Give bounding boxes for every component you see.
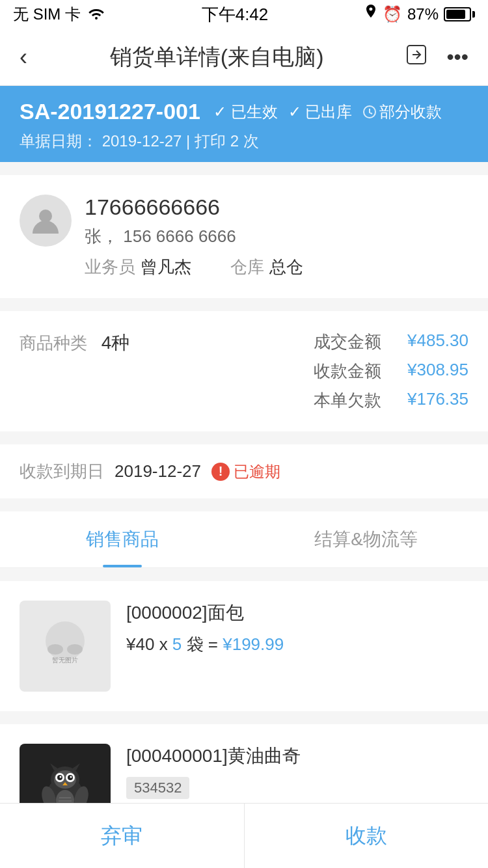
received-value: ¥308.95 [407,360,468,383]
debt-row: 本单欠款 ¥176.35 [314,389,468,412]
product-name-1: [0000002]面包 [126,601,468,625]
warehouse-label: 仓库 [230,256,264,278]
svg-point-16 [60,776,62,778]
status-bar: 无 SIM 卡 下午4:42 ⏰ 87% [0,0,488,29]
stats-right: 成交金额 ¥485.30 收款金额 ¥308.95 本单欠款 ¥176.35 [314,331,468,412]
product-image-1: 暂无图片 [20,601,111,692]
order-id: SA-20191227-001 [20,99,200,124]
back-button[interactable]: ‹ [20,44,27,71]
svg-point-3 [46,621,85,660]
product-name-2: [000400001]黄油曲奇 [126,744,468,768]
tab-settlement-logistics[interactable]: 结算&物流等 [244,511,488,567]
amount-value: ¥485.30 [407,331,468,353]
customer-avatar [20,195,72,247]
status-right: ⏰ 87% [364,5,475,24]
status-left: 无 SIM 卡 [13,4,105,25]
tabs-section: 销售商品 结算&物流等 [0,511,488,568]
product-qty-1: 5 [172,634,182,654]
svg-marker-10 [72,763,80,770]
sales-value: 曾凡杰 [141,256,191,278]
location-icon [364,5,377,24]
print-info: | 打印 2 次 [186,132,259,150]
svg-marker-9 [50,763,59,770]
customer-name-phone: 张， 156 6666 6666 [85,225,468,248]
svg-point-4 [47,644,63,655]
bottom-bar: 弃审 收款 [0,803,488,868]
carrier-label: 无 SIM 卡 [13,4,81,25]
customer-info: 17666666666 张， 156 6666 6666 业务员 曾凡杰 仓库 … [85,195,468,278]
status-tag-effective: ✓ 已生效 [213,102,278,122]
order-date: 2019-12-27 [102,132,182,150]
received-row: 收款金额 ¥308.95 [314,360,468,383]
share-icon[interactable] [406,44,427,70]
category-label: 商品种类 [20,333,87,353]
due-label: 收款到期日 [20,460,104,483]
customer-section: 17666666666 张， 156 6666 6666 业务员 曾凡杰 仓库 … [0,175,488,298]
product-total-1: ¥199.99 [223,634,284,654]
overdue-badge: ! 已逾期 [211,461,280,482]
confirm-button[interactable]: 收款 [245,804,489,868]
amount-label: 成交金额 [314,331,381,353]
customer-meta: 业务员 曾凡杰 仓库 总仓 [85,256,468,278]
sales-label: 业务员 [85,256,135,278]
nav-actions: ••• [406,44,468,70]
status-time: 下午4:42 [202,3,269,26]
wifi-icon [87,5,105,23]
header-banner: SA-20191227-001 ✓ 已生效 ✓ 已出库 部分收款 单据日期： 2… [0,86,488,162]
due-date: 2019-12-27 [115,461,201,481]
warehouse-value: 总仓 [269,256,303,278]
product-item-1: 暂无图片 [0000002]面包 ¥40 x 5 袋 = ¥199.99 [0,581,488,711]
stats-left: 商品种类 4种 [20,331,129,355]
status-tag-partial: 部分收款 [362,102,442,122]
more-icon[interactable]: ••• [446,45,468,69]
svg-point-5 [67,644,83,655]
product-sku-2: 534532 [126,777,189,799]
battery-percent: 87% [407,5,439,23]
debt-label: 本单欠款 [314,389,381,412]
amount-row: 成交金额 ¥485.30 [314,331,468,353]
alarm-icon: ⏰ [383,5,402,23]
battery-indicator [444,7,475,21]
stats-section: 商品种类 4种 成交金额 ¥485.30 收款金额 ¥308.95 本单欠款 ¥… [0,311,488,431]
svg-text:暂无图片: 暂无图片 [52,657,78,664]
nav-bar: ‹ 销货单详情(来自电脑) ••• [0,29,488,86]
product-price-1: ¥40 x 5 袋 = ¥199.99 [126,633,468,656]
received-label: 收款金额 [314,360,381,383]
overdue-text: 已逾期 [234,461,280,482]
overdue-icon: ! [211,463,230,481]
product-info-1: [0000002]面包 ¥40 x 5 袋 = ¥199.99 [126,601,468,656]
date-label: 单据日期： [20,132,98,150]
status-tag-shipped: ✓ 已出库 [288,102,353,122]
category-value: 4种 [102,332,130,353]
debt-value: ¥176.35 [407,389,468,412]
cancel-button[interactable]: 弃审 [0,804,245,868]
tab-sales-products[interactable]: 销售商品 [0,511,244,567]
page-title: 销货单详情(来自电脑) [110,42,324,72]
svg-point-17 [70,776,72,778]
customer-id: 17666666666 [85,195,468,220]
due-section: 收款到期日 2019-12-27 ! 已逾期 [0,444,488,498]
